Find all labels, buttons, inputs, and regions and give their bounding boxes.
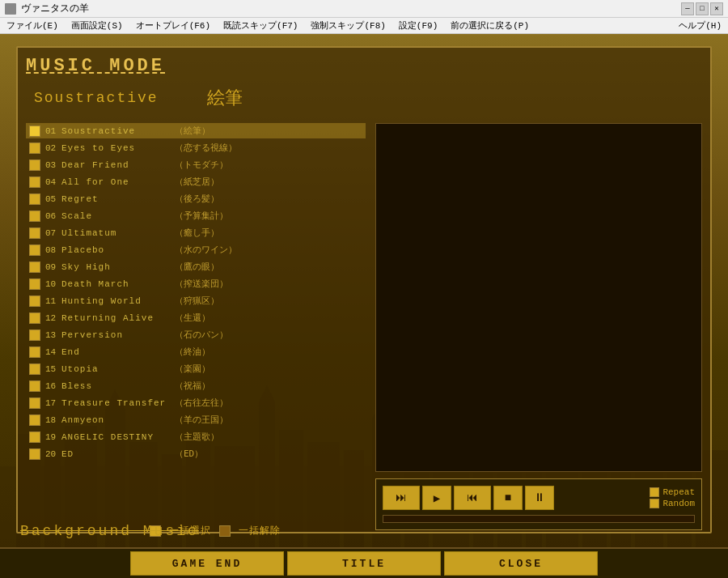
track-item[interactable]: 01Soustractive（絵筆） [26,123,366,138]
game-end-button[interactable]: GAME END [130,551,284,576]
track-checkbox[interactable] [29,312,40,324]
track-item[interactable]: 11Hunting World（狩猟区） [26,293,366,308]
track-name: Sky High [61,262,175,272]
track-item[interactable]: 09Sky High（鷹の眼） [26,259,366,274]
track-item[interactable]: 17Treasure Transfer（右往左往） [26,395,366,410]
music-panel: MUSIC MODE Soustractive 絵筆 01Soustractiv… [16,46,712,533]
title-button[interactable]: TITLE [287,551,441,576]
track-subtitle: （終油） [175,346,210,358]
track-checkbox[interactable] [29,431,40,443]
fast-forward-button[interactable]: ⏭ [383,486,420,510]
track-number: 18 [45,415,61,425]
track-name: Death March [61,279,175,289]
track-subtitle: （生還） [175,312,210,324]
track-item[interactable]: 04All for One（紙芝居） [26,174,366,189]
play-button[interactable]: ▶ [422,486,451,510]
progress-bar[interactable] [383,515,695,523]
menu-file[interactable]: ファイル(E) [3,19,61,32]
random-checkbox[interactable] [650,499,659,508]
menu-autoplay[interactable]: オートプレイ(F6) [133,19,214,32]
playback-options: Repeat Random [650,487,695,508]
track-checkbox[interactable] [29,227,40,239]
track-name: End [61,347,175,357]
track-checkbox[interactable] [29,295,40,307]
track-subtitle: （紙芝居） [175,176,219,188]
track-item[interactable]: 02Eyes to Eyes（恋する視線） [26,140,366,155]
title-bar-controls[interactable]: ─ □ ✕ [681,2,723,15]
bg-music-label: Background Music [20,523,199,539]
track-item[interactable]: 16Bless（祝福） [26,378,366,393]
deselect-all-button[interactable]: 一括解除 [239,524,281,538]
menu-back[interactable]: 前の選択に戻る(P) [447,19,532,32]
track-item[interactable]: 05Regret（後ろ髪） [26,191,366,206]
track-checkbox[interactable] [29,142,40,154]
track-name: ANGELIC DESTINY [61,432,175,442]
track-checkbox[interactable] [29,346,40,358]
track-checkbox[interactable] [29,278,40,290]
track-checkbox[interactable] [29,244,40,256]
menu-screen[interactable]: 画面設定(S) [68,19,126,32]
maximize-button[interactable]: □ [696,2,709,15]
track-subtitle: （祝福） [175,380,210,392]
title-bar-left: ヴァニタスの羊 [5,2,89,15]
menu-settings[interactable]: 設定(F9) [396,19,441,32]
track-subtitle: （主題歌） [175,431,219,443]
close-window-button[interactable]: ✕ [710,2,723,15]
track-number: 05 [45,194,61,204]
rewind-button[interactable]: ⏮ [454,486,491,510]
track-list: 01Soustractive（絵筆）02Eyes to Eyes（恋する視線）0… [26,123,366,530]
track-name: Anmyeon [61,415,175,425]
deselect-all-indicator [219,525,231,537]
track-item[interactable]: 13Perversion（石のパン） [26,327,366,342]
repeat-checkbox[interactable] [650,487,659,497]
track-item[interactable]: 12Returning Alive（生還） [26,310,366,325]
track-name: Regret [61,194,175,204]
stop-button[interactable]: ■ [493,486,523,510]
track-item[interactable]: 20ED（ED） [26,446,366,461]
track-item[interactable]: 14End（終油） [26,344,366,359]
track-item[interactable]: 06Scale（予算集計） [26,208,366,223]
title-bar: ヴァニタスの羊 ─ □ ✕ [0,0,728,18]
track-checkbox[interactable] [29,210,40,222]
track-checkbox[interactable] [29,397,40,409]
now-playing: Soustractive 絵筆 [26,83,702,113]
track-name: Soustractive [61,126,175,136]
track-number: 03 [45,160,61,170]
track-checkbox[interactable] [29,261,40,273]
track-item[interactable]: 18Anmyeon（羊の王国） [26,412,366,427]
track-checkbox[interactable] [29,414,40,426]
track-checkbox[interactable] [29,329,40,341]
track-item[interactable]: 10Death March（搾送楽団） [26,276,366,291]
track-subtitle: （搾送楽団） [175,278,228,290]
minimize-button[interactable]: ─ [681,2,694,15]
pause-button[interactable]: ⏸ [525,486,554,510]
menu-skip-read[interactable]: 既読スキップ(F7) [220,19,301,32]
track-checkbox[interactable] [29,159,40,171]
repeat-option[interactable]: Repeat [650,487,695,497]
menu-skip-force[interactable]: 強制スキップ(F8) [307,19,388,32]
track-item[interactable]: 03Dear Friend（トモダチ） [26,157,366,172]
track-checkbox[interactable] [29,193,40,205]
content-area: 01Soustractive（絵筆）02Eyes to Eyes（恋する視線）0… [26,123,702,530]
track-name: Perversion [61,330,175,340]
track-number: 01 [45,126,61,136]
track-item[interactable]: 07Ultimatum（癒し手） [26,225,366,240]
close-button[interactable]: CLOSE [444,551,598,576]
track-checkbox[interactable] [29,363,40,375]
track-checkbox[interactable] [29,176,40,188]
panel-title: MUSIC MODE [26,56,702,76]
window-title: ヴァニタスの羊 [21,2,89,15]
track-checkbox[interactable] [29,448,40,460]
artist-name: Soustractive [34,90,159,106]
track-checkbox[interactable] [29,380,40,392]
track-number: 07 [45,228,61,238]
track-item[interactable]: 08Placebo（水のワイン） [26,242,366,257]
track-item[interactable]: 15Utopia（楽園） [26,361,366,376]
track-checkbox[interactable] [29,125,40,137]
track-subtitle: （癒し手） [175,227,219,239]
menu-help[interactable]: ヘルプ(H) [675,19,725,32]
random-option[interactable]: Random [650,499,695,508]
track-name: ED [61,449,175,459]
track-name: Bless [61,381,175,391]
track-item[interactable]: 19ANGELIC DESTINY（主題歌） [26,429,366,444]
